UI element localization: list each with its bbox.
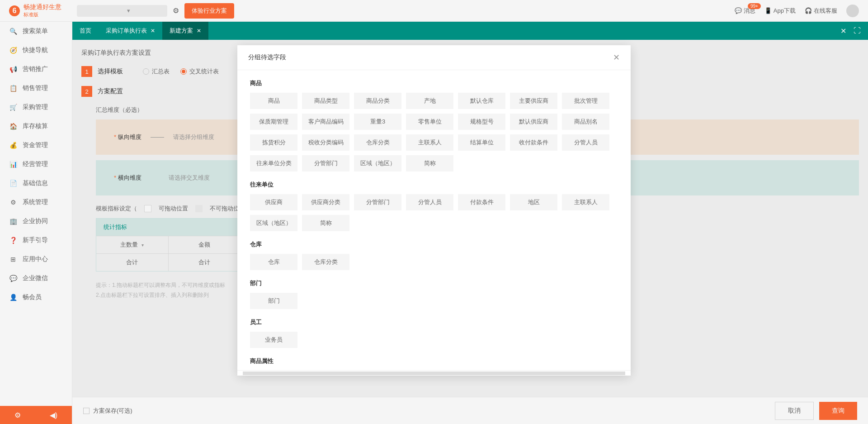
field-btn[interactable]: 默认仓库 bbox=[458, 93, 505, 109]
field-group-title: 部门 bbox=[250, 279, 618, 287]
modal-hscroll[interactable] bbox=[237, 370, 631, 376]
field-btn[interactable]: 仓库分类 bbox=[302, 254, 349, 270]
modal: 分组待选字段 ✕ 商品商品商品类型商品分类产地默认仓库主要供应商批次管理保质期管… bbox=[237, 45, 631, 376]
modal-body: 商品商品商品类型商品分类产地默认仓库主要供应商批次管理保质期管理客户商品编码重量… bbox=[237, 70, 631, 370]
field-btn[interactable]: 供应商分类 bbox=[302, 194, 349, 210]
field-group-title: 仓库 bbox=[250, 240, 618, 248]
field-btn[interactable]: 业务员 bbox=[250, 332, 297, 348]
field-group-0: 商品商品商品类型商品分类产地默认仓库主要供应商批次管理保质期管理客户商品编码重量… bbox=[250, 79, 618, 172]
field-group-title: 商品属性 bbox=[250, 357, 618, 365]
field-btn[interactable]: 分管部门 bbox=[354, 194, 401, 210]
field-btn[interactable]: 规格型号 bbox=[458, 114, 505, 130]
field-btn[interactable]: 分管人员 bbox=[562, 134, 609, 151]
field-btn[interactable]: 主联系人 bbox=[406, 134, 453, 151]
field-group-1: 往来单位供应商供应商分类分管部门分管人员付款条件地区主联系人区域（地区）简称 bbox=[250, 181, 618, 231]
modal-header: 分组待选字段 ✕ bbox=[237, 45, 631, 70]
close-icon[interactable]: ✕ bbox=[613, 52, 620, 62]
field-btn[interactable]: 区域（地区） bbox=[354, 155, 401, 172]
field-btn[interactable]: 区域（地区） bbox=[250, 215, 297, 231]
field-btn[interactable]: 商品分类 bbox=[354, 93, 401, 109]
field-btn[interactable]: 简称 bbox=[406, 155, 453, 172]
field-buttons: 部门 bbox=[250, 293, 618, 309]
field-btn[interactable]: 批次管理 bbox=[562, 93, 609, 109]
field-btn[interactable]: 简称 bbox=[302, 215, 349, 231]
field-btn[interactable]: 主要供应商 bbox=[510, 93, 557, 109]
field-group-5: 商品属性属性颜色多规格尺码鞋码1 bbox=[250, 357, 618, 370]
field-btn[interactable]: 结算单位 bbox=[458, 134, 505, 151]
field-btn[interactable]: 供应商 bbox=[250, 194, 297, 210]
modal-title: 分组待选字段 bbox=[248, 53, 286, 62]
field-btn[interactable]: 默认供应商 bbox=[510, 114, 557, 130]
field-btn[interactable]: 付款条件 bbox=[458, 194, 505, 210]
field-group-3: 部门部门 bbox=[250, 279, 618, 309]
field-btn[interactable]: 往来单位分类 bbox=[250, 155, 297, 172]
field-btn[interactable]: 部门 bbox=[250, 293, 297, 309]
field-btn[interactable]: 产地 bbox=[406, 93, 453, 109]
field-btn[interactable]: 主联系人 bbox=[562, 194, 609, 210]
field-btn[interactable]: 客户商品编码 bbox=[302, 114, 349, 130]
field-btn[interactable]: 零售单位 bbox=[406, 114, 453, 130]
field-btn[interactable]: 商品类型 bbox=[302, 93, 349, 109]
field-btn[interactable]: 分管部门 bbox=[302, 155, 349, 172]
field-btn[interactable]: 税收分类编码 bbox=[302, 134, 349, 151]
field-buttons: 商品商品类型商品分类产地默认仓库主要供应商批次管理保质期管理客户商品编码重量3零… bbox=[250, 93, 618, 172]
field-btn[interactable]: 仓库 bbox=[250, 254, 297, 270]
field-btn[interactable]: 地区 bbox=[510, 194, 557, 210]
field-btn[interactable]: 保质期管理 bbox=[250, 114, 297, 130]
field-btn[interactable]: 商品 bbox=[250, 93, 297, 109]
field-btn[interactable]: 收付款条件 bbox=[510, 134, 557, 151]
field-group-4: 员工业务员 bbox=[250, 318, 618, 348]
field-group-title: 商品 bbox=[250, 79, 618, 87]
field-group-title: 往来单位 bbox=[250, 181, 618, 189]
field-group-2: 仓库仓库仓库分类 bbox=[250, 240, 618, 270]
field-btn[interactable]: 商品别名 bbox=[562, 114, 609, 130]
field-btn[interactable]: 拣货积分 bbox=[250, 134, 297, 151]
modal-overlay[interactable]: 分组待选字段 ✕ 商品商品商品类型商品分类产地默认仓库主要供应商批次管理保质期管… bbox=[0, 0, 868, 424]
field-group-title: 员工 bbox=[250, 318, 618, 326]
field-btn[interactable]: 仓库分类 bbox=[354, 134, 401, 151]
field-btn[interactable]: 分管人员 bbox=[406, 194, 453, 210]
field-btn[interactable]: 重量3 bbox=[354, 114, 401, 130]
field-buttons: 仓库仓库分类 bbox=[250, 254, 618, 270]
field-buttons: 业务员 bbox=[250, 332, 618, 348]
field-buttons: 供应商供应商分类分管部门分管人员付款条件地区主联系人区域（地区）简称 bbox=[250, 194, 618, 231]
